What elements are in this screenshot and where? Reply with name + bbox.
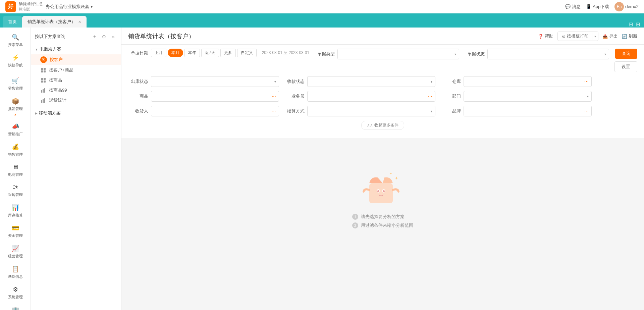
return-stats-icon: [40, 97, 46, 103]
logo-text-area: 畅捷通好生意 标准版: [19, 1, 43, 12]
date-btn-custom[interactable]: 自定义: [237, 49, 257, 57]
print-icon: 🖨: [561, 34, 566, 39]
goods-dots-icon[interactable]: ···: [272, 93, 276, 99]
by-customer-icon: 客: [40, 56, 47, 63]
date-btn-7days[interactable]: 近7天: [201, 49, 219, 57]
date-btn-last-month[interactable]: 上月: [151, 49, 166, 57]
collapse-btn[interactable]: ∧∧ 收起更多条件: [361, 121, 404, 130]
sidebar-item-search[interactable]: 🔍 搜索菜单: [0, 30, 31, 51]
receipt-status-select[interactable]: ▾: [307, 76, 435, 87]
system-icon: ⚙: [13, 286, 18, 293]
sidebar-item-wholesale[interactable]: 📦 批发管理 ▲: [0, 94, 31, 119]
left-panel-title: 按以下方案查询: [35, 34, 65, 40]
order-type-select[interactable]: ▾: [337, 49, 459, 59]
edit-icon: ⊙: [102, 34, 106, 39]
scheme-by-customer[interactable]: 客 按客户: [31, 54, 121, 65]
sidebar-item-ecommerce[interactable]: 🖥 电商管理: [0, 160, 31, 180]
svg-point-17: [377, 190, 379, 192]
print-template-dropdown[interactable]: 🖨 按模板打印 ▾: [557, 32, 598, 41]
sidebar-item-inventory[interactable]: 📊 库存核算: [0, 201, 31, 221]
export-btn[interactable]: 📤 导出: [602, 33, 618, 39]
setting-button[interactable]: 设置: [614, 61, 637, 72]
svg-rect-10: [44, 88, 45, 93]
consignee-dots-icon[interactable]: ···: [272, 108, 276, 114]
sidebar-item-purchase[interactable]: 🛍 采购管理: [0, 180, 31, 201]
svg-rect-8: [41, 90, 42, 93]
sidebar-item-retail[interactable]: 🛒 零售管理: [0, 74, 31, 94]
date-btn-more[interactable]: 更多: [220, 49, 236, 57]
sidebar-item-marketing[interactable]: 📣 营销推广: [0, 119, 31, 140]
help-btn[interactable]: ❓ 帮助: [538, 33, 553, 39]
main-area: 销货单统计表（按客户） ❓ 帮助 🖨 按模板打印 ▾: [121, 28, 644, 310]
brand-dots-icon[interactable]: ···: [584, 108, 589, 114]
message-btn[interactable]: 💬 消息: [565, 4, 581, 10]
print-template-btn[interactable]: 🖨 按模板打印: [558, 32, 592, 41]
sidebar-item-marketing-label: 营销推广: [8, 132, 23, 137]
consignee-select[interactable]: ···: [151, 106, 279, 116]
filter-area: 单据日期 上月 本月 本年 近7天 更多 自定义 2023-03-01 至 20…: [121, 45, 644, 138]
tab-sales-stats[interactable]: 销货单统计表（按客户） ✕: [22, 16, 87, 28]
app-download-btn[interactable]: 📱 App下载: [586, 4, 609, 10]
sidebar-item-enterprise[interactable]: 🏢 企业协同: [0, 303, 31, 310]
sales-icon: 💰: [12, 143, 19, 151]
user-name: demo2: [625, 4, 639, 9]
scheme-by-customer-goods[interactable]: 按客户+商品: [31, 65, 121, 75]
date-btn-this-year[interactable]: 本年: [184, 49, 200, 57]
svg-text:✦: ✦: [394, 175, 398, 181]
by-customer-goods-icon: [40, 67, 46, 73]
query-button[interactable]: 查询: [615, 49, 637, 59]
tab-home-label: 首页: [8, 19, 17, 25]
desktop-schemes-parent[interactable]: ▼ 电脑端方案: [31, 44, 121, 54]
collapse-panel-btn[interactable]: «: [110, 33, 117, 40]
svg-rect-4: [41, 78, 43, 80]
sidebar-item-retail-label: 零售管理: [8, 86, 23, 91]
warehouse-label: 仓库: [441, 79, 461, 85]
warehouse-select[interactable]: ···: [464, 76, 592, 87]
scheme-by-goods-99[interactable]: 按商品99: [31, 85, 121, 95]
scheme-return-stats[interactable]: 退货统计: [31, 95, 121, 105]
ecommerce-icon: 🖥: [12, 164, 18, 171]
brand-select[interactable]: ···: [464, 106, 592, 116]
by-goods-icon: [40, 77, 46, 83]
refresh-btn[interactable]: 🔄 刷新: [622, 33, 637, 39]
scheme-by-goods[interactable]: 按商品: [31, 75, 121, 85]
goods-select[interactable]: ···: [151, 91, 279, 102]
receipt-status-label: 收款状态: [284, 79, 305, 85]
sidebar-item-operations[interactable]: 📈 经营管理: [0, 242, 31, 262]
staff-dots-icon[interactable]: ···: [428, 93, 432, 99]
sidebar-item-quicknav[interactable]: ⚡ 快捷导航: [0, 51, 31, 71]
tab-home[interactable]: 首页: [3, 16, 22, 28]
tab-bar-minimize-icon[interactable]: ⊟: [629, 21, 633, 28]
tab-close-icon[interactable]: ✕: [78, 20, 81, 24]
dept-select[interactable]: ▾: [464, 91, 592, 102]
print-dropdown-arrow[interactable]: ▾: [592, 33, 598, 40]
app-download-label: App下载: [593, 4, 609, 10]
sidebar-item-basic[interactable]: 📋 基础信息: [0, 262, 31, 282]
scheme-by-goods-label: 按商品: [49, 77, 62, 83]
enterprise-icon: 🏢: [12, 306, 19, 310]
app-selector[interactable]: 办公用品行业模拟账套 ▾: [46, 4, 93, 10]
sidebar-item-system[interactable]: ⚙ 系统管理: [0, 282, 31, 303]
tab-bar-expand-icon[interactable]: ⊞: [636, 21, 640, 28]
sidebar-item-sales[interactable]: 💰 销售管理: [0, 140, 31, 160]
warehouse-dots-icon[interactable]: ···: [584, 79, 589, 85]
logo-text: 畅捷通好生意: [19, 1, 43, 7]
edit-scheme-btn[interactable]: ⊙: [100, 33, 108, 40]
sidebar-item-finance[interactable]: 💳 资金管理: [0, 221, 31, 242]
step-2-num: 2: [352, 222, 358, 228]
order-status-select[interactable]: ▾: [487, 49, 609, 59]
date-btn-this-month[interactable]: 本月: [168, 49, 183, 57]
settlement-select[interactable]: ▾: [307, 106, 435, 116]
out-status-select[interactable]: ▾: [151, 76, 279, 87]
staff-select[interactable]: ···: [307, 91, 435, 102]
scheme-by-customer-goods-label: 按客户+商品: [49, 67, 73, 73]
mobile-schemes-parent[interactable]: ▶ 移动端方案: [31, 108, 121, 118]
sidebar-item-search-label: 搜索菜单: [8, 42, 23, 47]
message-label: 消息: [572, 4, 581, 10]
help-icon: ❓: [538, 34, 543, 39]
dept-label: 部门: [441, 93, 461, 99]
add-scheme-btn[interactable]: ＋: [91, 33, 98, 40]
svg-rect-13: [44, 98, 45, 103]
user-area[interactable]: Ea demo2: [614, 2, 639, 11]
logo-icon: 好: [5, 1, 16, 12]
